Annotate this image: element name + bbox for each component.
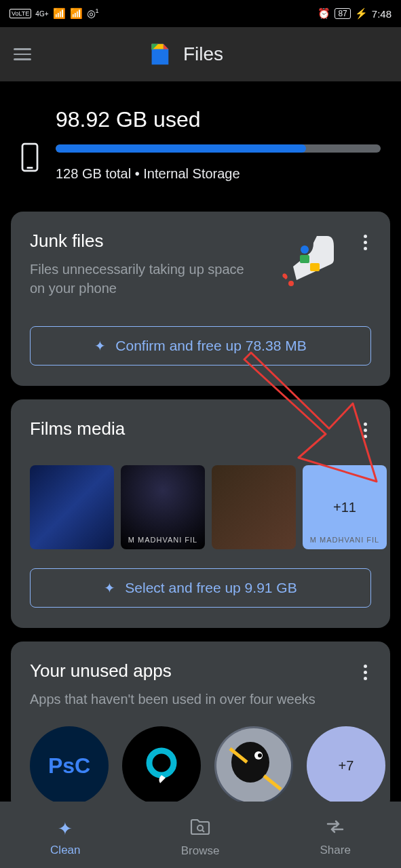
apps-card-title: Your unused apps [30,660,316,682]
signal-bars-2-icon: 📶 [70,7,83,20]
charging-icon: ⚡ [355,7,368,20]
film-thumbnail-3[interactable] [212,465,296,549]
sparkle-icon: ✦ [58,818,73,840]
junk-files-card: Junk files Files unnecessarily taking up… [11,212,390,386]
apps-card-menu-button[interactable] [360,660,371,684]
bottom-navigation: ✦ Clean Browse Share [0,802,401,868]
files-logo-icon [147,41,172,67]
junk-card-subtitle: Files unnecessarily taking up space on y… [30,260,261,298]
storage-progress-bar [56,144,381,153]
film-thumbnail-2[interactable]: M MADHVANI FIL [121,465,205,549]
storage-summary: 98.92 GB used 128 GB total • Internal St… [0,81,401,212]
svg-rect-3 [310,263,320,271]
app-icon-2[interactable] [122,726,201,805]
films-media-card: Films media M MADHVANI FIL +11 M MADHVAN… [11,399,390,628]
svg-point-10 [258,753,262,757]
storage-progress-fill [56,144,306,153]
nav-browse[interactable]: Browse [181,818,220,858]
apps-card-subtitle: Apps that haven't been used in over four… [30,690,316,709]
battery-indicator: 87 [335,8,350,19]
svg-point-11 [197,825,203,831]
select-free-up-button[interactable]: ✦ Select and free up 9.91 GB [30,568,371,608]
signal-4g-icon: 4G+ [35,10,48,18]
hotspot-icon: ◎1 [87,7,99,20]
confirm-free-up-button[interactable]: ✦ Confirm and free up 78.38 MB [30,326,371,366]
svg-rect-0 [22,144,37,171]
films-card-menu-button[interactable] [360,418,371,442]
svg-point-6 [149,751,174,775]
app-icon-more[interactable]: +7 [307,726,385,805]
films-card-title: Films media [30,418,125,439]
sparkle-icon: ✦ [94,338,106,354]
film-thumbnail-1[interactable] [30,465,114,549]
storage-total-label: 128 GB total • Internal Storage [56,166,381,182]
svg-point-4 [301,245,309,254]
menu-button[interactable] [14,48,31,60]
app-bar: Files [0,27,401,81]
svg-rect-2 [300,255,309,263]
signal-bars-icon: 📶 [53,7,66,20]
broom-icon [276,229,344,300]
volte-indicator: VoLTE [9,9,31,18]
share-arrows-icon [325,818,345,840]
svg-point-5 [288,281,294,286]
clock-time: 7:48 [372,8,392,20]
status-bar: VoLTE 4G+ 📶 📶 ◎1 ⏰ 87 ⚡ 7:48 [0,0,401,27]
alarm-icon: ⏰ [318,7,330,20]
nav-share[interactable]: Share [320,818,351,857]
app-title: Files [183,43,223,65]
nav-clean[interactable]: ✦ Clean [50,818,80,857]
app-icon-photoshop-camera[interactable]: PsC [30,726,109,805]
phone-icon [20,142,39,175]
app-icon-3[interactable] [214,726,293,805]
film-thumbnail-more[interactable]: +11 M MADHVANI FIL [303,465,387,549]
svg-line-12 [202,830,204,832]
sparkle-icon: ✦ [104,580,115,596]
folder-search-icon [190,818,210,840]
junk-card-menu-button[interactable] [360,231,371,254]
unused-apps-card: Your unused apps Apps that haven't been … [11,642,390,812]
junk-card-title: Junk files [30,231,261,252]
storage-used-label: 98.92 GB used [56,107,381,132]
